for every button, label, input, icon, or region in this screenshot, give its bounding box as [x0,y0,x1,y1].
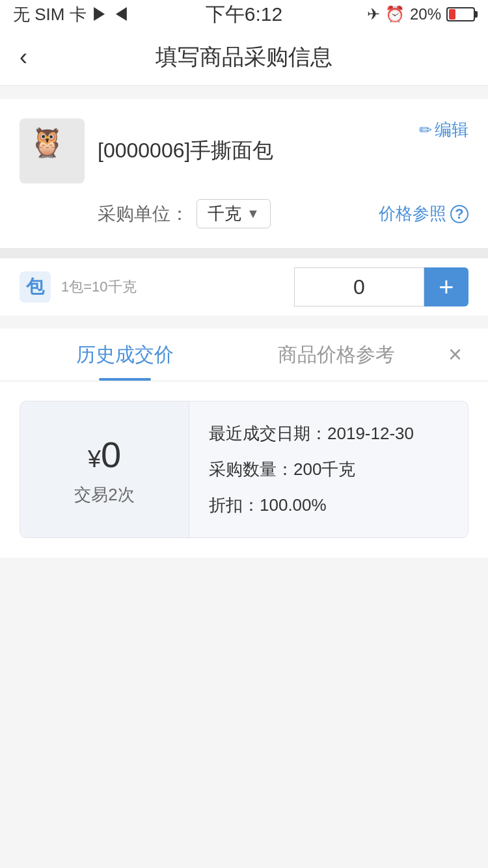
nav-bar: ‹ 填写商品采购信息 [0,29,488,86]
product-thumbnail-icon: 🦉 [29,126,65,158]
date-value: 2019-12-30 [327,424,414,443]
quantity-value: 0 [353,275,365,299]
qty-label: 采购数量： [209,459,293,479]
battery-icon [446,7,475,21]
tab-price-reference[interactable]: 商品价格参考 [230,329,441,381]
edit-label: 编辑 [435,118,468,141]
tab-history-price[interactable]: 历史成交价 [20,329,230,381]
edit-icon: ✏ [419,121,432,139]
package-conversion: 1包=10千克 [61,277,137,297]
unit-label: 采购单位： [98,202,189,226]
tab-content-history: ¥0 交易2次 最近成交日期：2019-12-30 采购数量：200千克 折扣：… [0,381,488,558]
quantity-increment-button[interactable]: + [424,267,468,306]
tab-panel: 历史成交价 商品价格参考 × ¥0 交易2次 最近成交日期：2019-12-30… [0,329,488,558]
price-reference-button[interactable]: 价格参照 ? [379,202,468,225]
history-discount-row: 折扣：100.00% [209,493,448,518]
history-qty-row: 采购数量：200千克 [209,457,448,482]
unit-dropdown-arrow: ▼ [247,206,260,221]
unit-select[interactable]: 千克 ▼ [197,199,271,228]
quantity-control: 0 + [294,267,468,306]
price-ref-label: 价格参照 [379,202,446,225]
discount-label: 折扣： [209,495,260,515]
history-price-block: ¥0 交易2次 [20,401,189,537]
alarm-icon: ⏰ [385,5,405,23]
date-label: 最近成交日期： [209,424,327,443]
status-time: 下午6:12 [206,1,282,28]
tab-close-button[interactable]: × [442,334,468,375]
page-background [0,558,488,868]
battery-percent: 20% [410,5,441,23]
edit-button[interactable]: ✏ 编辑 [419,118,468,141]
qty-value: 200千克 [293,459,355,479]
product-image: 🦉 [20,118,85,183]
package-icon: 包 [20,271,51,303]
price-ref-help-icon: ? [450,205,468,223]
package-label: 包 [26,275,44,299]
section-divider [0,248,488,258]
product-name: [0000006]手撕面包 [98,137,273,165]
product-card: 🦉 [0000006]手撕面包 ✏ 编辑 采购单位： 千克 ▼ 价格参照 ? [0,99,488,248]
unit-value: 千克 [208,202,241,225]
history-details-block: 最近成交日期：2019-12-30 采购数量：200千克 折扣：100.00% [189,401,468,537]
status-carrier: 无 SIM 卡 ▶ ◀ [13,3,129,26]
currency-symbol: ¥ [88,446,101,472]
history-date-row: 最近成交日期：2019-12-30 [209,421,448,446]
discount-value: 100.00% [260,495,327,515]
location-icon: ✈ [367,5,380,23]
history-card: ¥0 交易2次 最近成交日期：2019-12-30 采购数量：200千克 折扣：… [20,401,468,538]
status-bar: 无 SIM 卡 ▶ ◀ 下午6:12 ✈ ⏰ 20% [0,0,488,29]
page-title: 填写商品采购信息 [156,42,332,72]
quantity-row: 包 1包=10千克 0 + [0,258,488,316]
status-right-icons: ✈ ⏰ 20% [367,5,475,23]
history-trades-count: 交易2次 [74,483,134,506]
quantity-input[interactable]: 0 [294,267,424,306]
tab-header: 历史成交价 商品价格参考 × [0,329,488,381]
history-price-value: ¥0 [88,433,121,476]
back-button[interactable]: ‹ [20,44,27,71]
